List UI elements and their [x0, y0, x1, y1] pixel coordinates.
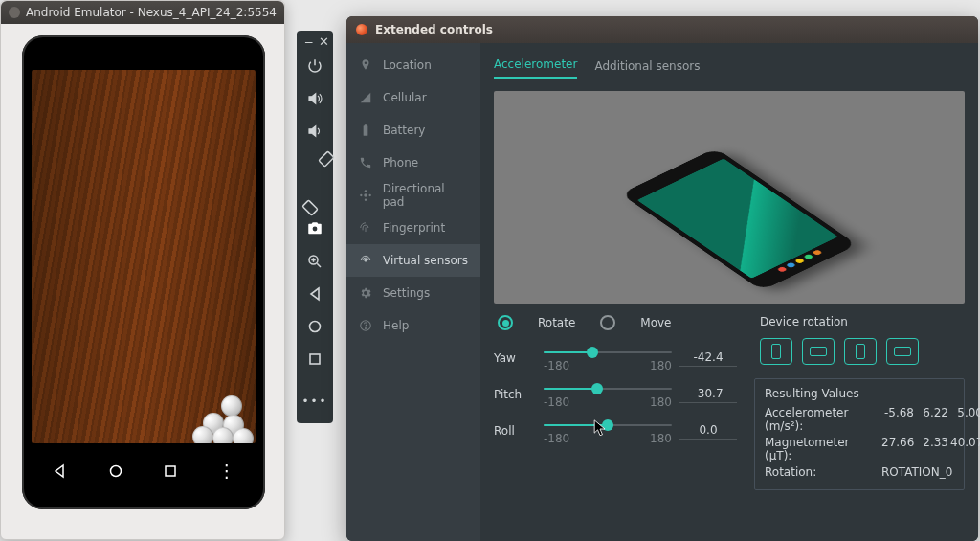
extended-controls-titlebar[interactable]: Extended controls	[346, 16, 978, 43]
svg-rect-3	[302, 200, 318, 215]
recents-icon[interactable]	[164, 464, 177, 478]
emulator-title-text: Android Emulator - Nexus_4_API_24_2:5554	[26, 6, 277, 19]
ball-sprite	[212, 427, 234, 443]
screenshot-button[interactable]	[297, 213, 333, 245]
sidebar-item-label: Directional pad	[383, 182, 469, 209]
mode-move-radio[interactable]	[600, 315, 615, 330]
sidebar-item-label: Cellular	[383, 91, 427, 104]
sidebar-item-cellular[interactable]: Cellular	[346, 81, 480, 114]
sidebar-item-settings[interactable]: Settings	[346, 277, 480, 309]
power-button[interactable]	[297, 50, 333, 82]
volume-down-button[interactable]	[297, 115, 333, 147]
rotation-value: ROTATION_0	[881, 465, 954, 479]
zoom-button[interactable]	[297, 245, 333, 278]
gear-icon	[358, 285, 373, 301]
sidebar-item-label: Phone	[383, 156, 418, 169]
pitch-max: 180	[650, 395, 672, 409]
home-button[interactable]	[297, 310, 333, 343]
accel-x: -5.68	[881, 406, 914, 433]
more-button[interactable]: •••	[297, 385, 333, 417]
window-close-icon[interactable]	[356, 24, 368, 35]
sidebar-item-directional-pad[interactable]: Directional pad	[346, 179, 480, 212]
sensors-icon	[358, 253, 373, 268]
minimize-icon[interactable]: ‒	[304, 34, 313, 49]
roll-max: 180	[650, 432, 672, 445]
svg-point-0	[110, 466, 121, 477]
svg-point-9	[310, 322, 321, 332]
location-icon	[358, 57, 373, 73]
emulator-device-frame: ⋮	[22, 35, 265, 509]
rotation-landscape-button[interactable]	[802, 338, 835, 365]
svg-point-15	[368, 194, 370, 196]
recents-button[interactable]	[297, 343, 333, 375]
rotation-portrait-reverse-button[interactable]	[844, 338, 877, 365]
rotation-portrait-button[interactable]	[760, 338, 792, 365]
fingerprint-icon	[358, 220, 373, 236]
help-icon	[358, 318, 373, 333]
svg-rect-10	[310, 354, 320, 364]
tab-additional-sensors[interactable]: Additional sensors	[594, 59, 700, 79]
extended-sidebar: Location Cellular Battery Phone Directio…	[346, 43, 480, 541]
accel-y: 6.22	[916, 406, 948, 433]
emulator-window: Android Emulator - Nexus_4_API_24_2:5554…	[0, 0, 285, 540]
back-button[interactable]	[297, 278, 333, 310]
emulator-titlebar[interactable]: Android Emulator - Nexus_4_API_24_2:5554	[1, 1, 284, 24]
mag-x: 27.66	[881, 436, 914, 462]
close-icon[interactable]: ✕	[319, 34, 329, 49]
rotate-left-button[interactable]	[297, 147, 333, 180]
resulting-values-panel: Resulting Values Accelerometer (m/s²): -…	[754, 378, 965, 490]
pitch-slider[interactable]	[544, 380, 672, 397]
tab-accelerometer[interactable]: Accelerometer	[494, 57, 577, 79]
sidebar-item-label: Location	[383, 58, 432, 72]
sidebar-item-label: Virtual sensors	[383, 254, 468, 267]
rotation-landscape-reverse-button[interactable]	[886, 338, 919, 365]
roll-label: Roll	[494, 424, 536, 438]
extended-controls-title: Extended controls	[375, 23, 493, 36]
cellular-icon	[358, 90, 373, 105]
resulting-values-title: Resulting Values	[765, 387, 954, 400]
sidebar-item-label: Fingerprint	[383, 221, 445, 235]
mag-y: 2.33	[916, 436, 948, 462]
device-3d-preview[interactable]	[494, 91, 965, 304]
device-rotation-title: Device rotation	[754, 315, 965, 328]
overflow-icon[interactable]: ⋮	[218, 462, 235, 480]
yaw-value[interactable]: -42.4	[679, 350, 737, 367]
ball-sprite	[233, 428, 254, 443]
sidebar-item-fingerprint[interactable]: Fingerprint	[346, 212, 480, 244]
svg-rect-2	[319, 151, 334, 167]
roll-value[interactable]: 0.0	[679, 423, 737, 440]
ball-sprite	[192, 426, 213, 443]
emulator-toolbar: ‒ ✕ •••	[297, 31, 333, 423]
sidebar-item-phone[interactable]: Phone	[346, 147, 480, 179]
svg-point-16	[365, 259, 367, 261]
mode-rotate-radio[interactable]	[498, 315, 513, 330]
mag-label: Magnetometer (μT):	[765, 436, 880, 462]
volume-up-button[interactable]	[297, 82, 333, 115]
svg-point-11	[364, 193, 368, 197]
svg-point-13	[365, 199, 367, 201]
roll-slider[interactable]	[544, 417, 672, 434]
ball-sprite	[221, 395, 242, 417]
emulator-device-screen[interactable]	[32, 70, 256, 443]
sidebar-item-virtual-sensors[interactable]: Virtual sensors	[346, 244, 480, 277]
yaw-slider[interactable]	[544, 344, 672, 361]
window-control-icon[interactable]	[9, 7, 20, 18]
accel-label: Accelerometer (m/s²):	[765, 406, 880, 433]
back-icon[interactable]	[52, 463, 67, 479]
rotate-right-button[interactable]	[297, 180, 333, 213]
pitch-value[interactable]: -30.7	[679, 387, 737, 403]
dpad-icon	[358, 188, 373, 203]
rotation-label: Rotation:	[765, 465, 880, 479]
sensor-tabs: Accelerometer Additional sensors	[494, 53, 965, 79]
pitch-min: -180	[544, 395, 569, 409]
home-icon[interactable]	[108, 463, 123, 479]
phone-icon	[358, 155, 373, 170]
sidebar-item-battery[interactable]: Battery	[346, 114, 480, 147]
accel-z: 5.00	[950, 406, 980, 433]
sidebar-item-location[interactable]: Location	[346, 49, 480, 81]
sidebar-item-help[interactable]: Help	[346, 309, 480, 342]
yaw-max: 180	[650, 359, 672, 372]
yaw-label: Yaw	[494, 351, 536, 365]
mag-z: 40.07	[950, 436, 980, 462]
roll-min: -180	[544, 432, 569, 445]
